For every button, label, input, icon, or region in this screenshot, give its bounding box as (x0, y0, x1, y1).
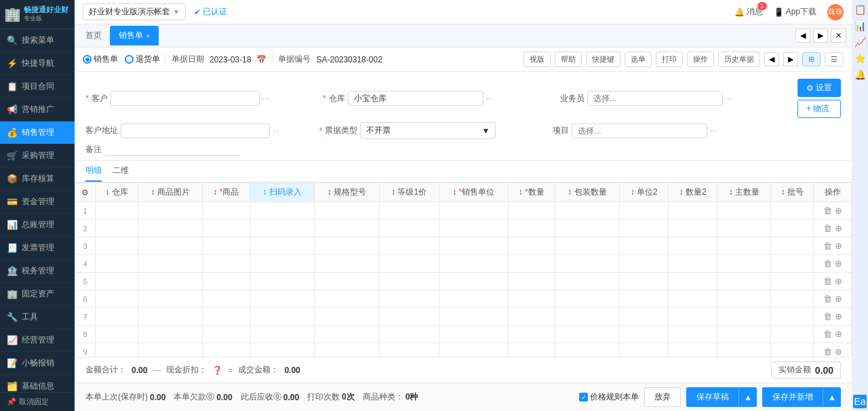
table-cell[interactable] (203, 237, 250, 255)
copy-icon[interactable]: ⊕ (835, 311, 842, 321)
history-button[interactable]: 历史单据 (718, 52, 760, 67)
delete-icon[interactable]: 🗑 (823, 347, 832, 357)
table-cell[interactable] (555, 308, 619, 326)
sidebar-item-tool[interactable]: 🔧 工具 (0, 306, 75, 329)
table-cell[interactable] (620, 220, 669, 237)
table-cell[interactable] (508, 290, 555, 308)
avatar[interactable]: 珠珠 (827, 4, 844, 20)
table-cell[interactable] (250, 326, 314, 343)
table-cell[interactable] (315, 273, 379, 290)
sort-icon4[interactable]: ↕ (262, 187, 267, 197)
delete-icon[interactable]: 🗑 (823, 241, 832, 251)
table-cell[interactable] (315, 255, 379, 273)
sort-icon5[interactable]: ↕ (328, 187, 332, 197)
table-cell[interactable] (96, 273, 138, 290)
table-cell[interactable] (555, 202, 619, 220)
doc-prev-button[interactable]: ◀ (764, 52, 779, 66)
table-cell[interactable] (250, 220, 314, 237)
tab-prev-button[interactable]: ◀ (795, 28, 810, 43)
table-cell[interactable] (771, 326, 814, 343)
sort-icon2[interactable]: ↕ (151, 187, 155, 197)
right-panel-icon-3[interactable]: 📈 (853, 35, 867, 49)
table-cell[interactable] (669, 343, 717, 357)
action-button[interactable]: 操作 (687, 52, 714, 67)
tab-close-icon[interactable]: × (146, 32, 150, 40)
th-settings[interactable]: ⚙ (75, 183, 96, 202)
table-cell[interactable] (315, 290, 379, 308)
radio-sale[interactable]: 销售单 (83, 54, 118, 65)
table-cell[interactable] (138, 220, 202, 237)
price-checkbox[interactable]: ✓ (579, 393, 588, 402)
sidebar-item-inventory[interactable]: 📦 库存核算 (0, 168, 75, 191)
table-cell[interactable] (771, 343, 814, 357)
save-new-arrow[interactable]: ▲ (823, 387, 841, 407)
delete-icon[interactable]: 🗑 (823, 258, 832, 269)
delete-icon[interactable]: 🗑 (823, 311, 832, 321)
copy-icon[interactable]: ⊕ (835, 294, 842, 304)
address-input[interactable] (121, 123, 270, 138)
sort-icon3[interactable]: ↕ (213, 187, 217, 197)
table-cell[interactable] (439, 237, 508, 255)
table-cell[interactable] (203, 220, 250, 237)
sidebar-item-marketing[interactable]: 📢 营销推广 (0, 98, 75, 121)
table-cell[interactable] (379, 273, 439, 290)
salesperson-input[interactable] (587, 91, 723, 106)
table-cell[interactable] (250, 237, 314, 255)
table-cell[interactable] (203, 202, 250, 220)
sidebar-item-manage[interactable]: 📈 经营管理 (0, 329, 75, 352)
copy-icon[interactable]: ⊕ (835, 206, 842, 216)
copy-icon[interactable]: ⊕ (835, 347, 842, 357)
print-button[interactable]: 打印 (656, 52, 683, 67)
setting-button[interactable]: ⚙ 设置 (797, 79, 841, 97)
customer-input[interactable] (111, 91, 260, 106)
table-cell[interactable] (439, 290, 508, 308)
table-cell[interactable] (138, 237, 202, 255)
sidebar-item-purchase[interactable]: 🛒 采购管理 (0, 144, 75, 168)
sidebar-bottom[interactable]: 📌 取消固定 (0, 392, 75, 411)
table-cell[interactable] (138, 255, 202, 273)
app-download-button[interactable]: 📱 App下载 (774, 6, 816, 18)
table-wrap[interactable]: ⚙ ↕ 仓库 ↕ 商品图片 ↕ *商品 ↕ 扫码录入 ↕ 规格型号 ↕ 等级1价… (75, 182, 852, 357)
price-check-label[interactable]: ✓ 价格规则本单 (579, 391, 639, 403)
table-cell[interactable] (439, 255, 508, 273)
table-cell[interactable] (379, 255, 439, 273)
table-cell[interactable] (203, 326, 250, 343)
table-cell[interactable] (669, 202, 717, 220)
table-cell[interactable] (508, 326, 555, 343)
table-cell[interactable] (620, 255, 669, 273)
help-button[interactable]: 帮助 (555, 52, 582, 67)
table-cell[interactable] (717, 255, 771, 273)
sort-icon9[interactable]: ↕ (568, 187, 572, 197)
message-button[interactable]: 🔔 消息 1 (734, 6, 763, 18)
table-cell[interactable] (508, 343, 555, 357)
table-cell[interactable] (138, 343, 202, 357)
table-cell[interactable] (669, 290, 717, 308)
table-cell[interactable] (669, 220, 717, 237)
tab-next-button[interactable]: ▶ (813, 28, 828, 43)
table-cell[interactable] (203, 343, 250, 357)
sort-icon11[interactable]: ↕ (679, 187, 684, 197)
table-cell[interactable] (620, 326, 669, 343)
copy-icon[interactable]: ⊕ (835, 241, 842, 251)
table-cell[interactable] (138, 273, 202, 290)
address-dots[interactable]: ··· (273, 126, 279, 136)
sort-icon10[interactable]: ↕ (631, 187, 635, 197)
tab-close-button[interactable]: ✕ (831, 28, 846, 43)
copy-icon[interactable]: ⊕ (835, 276, 842, 286)
save-draft-button[interactable]: 保存草稿 (686, 387, 739, 407)
abandon-button[interactable]: 放弃 (644, 387, 681, 407)
table-cell[interactable] (96, 255, 138, 273)
view-button[interactable]: 视版 (524, 52, 551, 67)
table-cell[interactable] (439, 308, 508, 326)
delete-icon[interactable]: 🗑 (823, 206, 832, 216)
table-cell[interactable] (96, 308, 138, 326)
project-input[interactable] (572, 123, 707, 138)
sort-icon8[interactable]: ↕ (519, 187, 523, 197)
save-new-button[interactable]: 保存并新增 (762, 387, 823, 407)
sort-icon6[interactable]: ↕ (391, 187, 395, 197)
table-cell[interactable] (379, 326, 439, 343)
table-cell[interactable] (620, 202, 669, 220)
table-cell[interactable] (555, 290, 619, 308)
copy-icon[interactable]: ⊕ (835, 258, 842, 269)
tab-home[interactable]: 首页 (80, 26, 107, 45)
